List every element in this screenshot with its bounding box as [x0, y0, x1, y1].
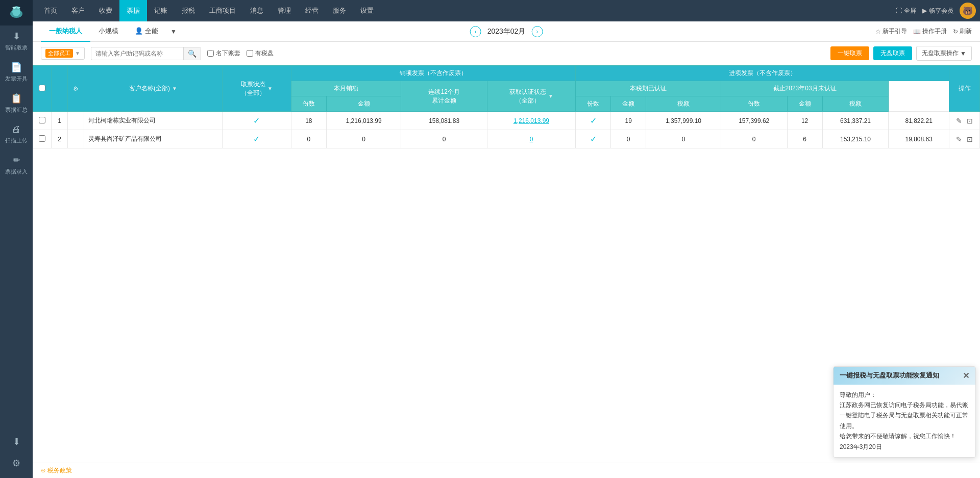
- th-action: 操作: [949, 66, 980, 112]
- row-cumulative: 1,216,013.99: [487, 112, 575, 130]
- row-uncert-count: 12: [787, 112, 822, 130]
- sidebar-settings-btn[interactable]: ⚙: [0, 454, 33, 473]
- date-nav: ‹ 2023年02月 ›: [470, 26, 543, 37]
- row-monthly-count: 0: [291, 130, 326, 148]
- notification-close-btn[interactable]: ✕: [963, 371, 969, 381]
- sidebar-item-scan-upload[interactable]: 🖨 扫描上传: [0, 119, 33, 149]
- tab-small-scale[interactable]: 小规模: [90, 21, 127, 42]
- sidebar-logo[interactable]: [0, 0, 33, 26]
- guide-icon: ☆: [875, 28, 881, 35]
- th-uncert-amount: 金额: [787, 96, 822, 112]
- user-icon: 👤: [135, 27, 143, 35]
- row-cert-count: 0: [611, 130, 646, 148]
- row-checkbox[interactable]: [39, 135, 45, 142]
- view-icon[interactable]: ⊡: [967, 135, 973, 143]
- cert-status-sort-icon: ▼: [548, 93, 553, 99]
- nav-industrial[interactable]: 工商项目: [202, 0, 243, 21]
- fullscreen-btn[interactable]: ⛶ 全屏: [896, 7, 916, 15]
- fetch-status-check-icon: ✓: [253, 135, 260, 143]
- sidebar-download-btn[interactable]: ⬇: [0, 432, 33, 451]
- th-no: [52, 66, 68, 112]
- th-cert-status[interactable]: 获取认证状态（全部） ▼: [487, 81, 575, 112]
- nav-invoice[interactable]: 票据: [119, 0, 147, 21]
- nav-services[interactable]: 服务: [326, 0, 353, 21]
- th-customer-name[interactable]: 客户名称(全部) ▼: [84, 66, 223, 112]
- nav-messages[interactable]: 消息: [243, 0, 271, 21]
- no-disk-ops-btn[interactable]: 无盘取票操作 ▼: [916, 46, 972, 61]
- nav-settings[interactable]: 设置: [353, 0, 381, 21]
- view-icon[interactable]: ⊡: [967, 117, 973, 125]
- manual-btn[interactable]: 📖 操作手册: [913, 27, 947, 36]
- notification-popup: 一键报税与无盘取票功能恢复通知 ✕ 尊敬的用户：江苏政务网已恢复访问电子税务局功…: [833, 366, 976, 458]
- nav-management[interactable]: 管理: [271, 0, 298, 21]
- employee-badge: 全部员工: [45, 49, 73, 58]
- customer-sort-icon: ▼: [172, 86, 177, 91]
- row-checkbox[interactable]: [39, 117, 45, 123]
- checkbox-has-taxdisk[interactable]: 有税盘: [247, 49, 274, 58]
- tab-all[interactable]: 👤 全能: [127, 21, 166, 42]
- tax-policy-link[interactable]: ⊙ 税务政策: [41, 466, 72, 475]
- row-monthly-amount: 1,216,013.99: [326, 112, 401, 130]
- search-box: 🔍: [91, 47, 201, 60]
- nav-items: 首页 客户 收费 票据 记账 报税 工商项目 消息 管理 经营 服务 设置: [37, 0, 896, 21]
- nav-accounting[interactable]: 记账: [147, 0, 175, 21]
- th-sales-group: 销项发票（不含作废票）: [291, 66, 575, 81]
- scan-icon: 🖨: [12, 124, 21, 135]
- row-monthly-count: 18: [291, 112, 326, 130]
- avatar[interactable]: 🐻: [960, 3, 976, 19]
- th-cert-amount: 金额: [611, 96, 646, 112]
- row-fetch-status: ✓: [223, 112, 291, 130]
- tab-bar-wrapper: 一般纳税人 小规模 👤 全能 ▼ ‹ 2023年02月 › ☆ 新手引导: [33, 21, 980, 42]
- row-cert-amount: 1,357,999.10: [646, 112, 721, 130]
- row-no: 1: [52, 112, 68, 130]
- own-accounts-checkbox[interactable]: [207, 50, 214, 57]
- edit-icon[interactable]: ✎: [956, 117, 962, 125]
- refresh-btn[interactable]: ↻ 刷新: [953, 27, 972, 36]
- edit-icon[interactable]: ✎: [956, 135, 962, 143]
- row-cert-amount: 0: [646, 130, 721, 148]
- nav-clients[interactable]: 客户: [64, 0, 92, 21]
- th-uncert-tax: 税额: [822, 96, 889, 112]
- row-cert-tax: 157,399.62: [721, 112, 787, 130]
- no-disk-fetch-btn[interactable]: 无盘取票: [873, 46, 912, 60]
- row-monthly-tax: 158,081.83: [401, 112, 487, 130]
- has-taxdisk-checkbox[interactable]: [247, 50, 253, 57]
- one-click-fetch-btn[interactable]: 一键取票: [830, 46, 869, 60]
- sidebar-bottom: ⬇ ⚙: [0, 432, 33, 478]
- sidebar-item-issue-invoice[interactable]: 📄 发票开具: [0, 57, 33, 88]
- row-settings: [68, 112, 84, 130]
- top-nav: 首页 客户 收费 票据 记账 报税 工商项目 消息 管理 经营 服务 设置 ⛶ …: [33, 0, 980, 21]
- th-fetch-status[interactable]: 取票状态（全部） ▼: [223, 66, 291, 112]
- employee-select[interactable]: 全部员工 ▼: [41, 47, 85, 60]
- nav-billing[interactable]: 收费: [92, 0, 119, 21]
- member-btn[interactable]: ▶ 畅享会员: [922, 7, 953, 15]
- search-button[interactable]: 🔍: [183, 47, 201, 60]
- checkbox-own-accounts[interactable]: 名下账套: [207, 49, 240, 58]
- nav-home[interactable]: 首页: [37, 0, 64, 21]
- new-guide-btn[interactable]: ☆ 新手引导: [875, 27, 907, 36]
- sidebar-item-data-entry[interactable]: ✏ 票据录入: [0, 149, 33, 181]
- row-cert-count: 19: [611, 112, 646, 130]
- th-cert-tax: 税额: [646, 96, 721, 112]
- table-row: 2 灵寿县尚泽矿产品有限公司 ✓ 0 0 0 0 ✓ 0 0 0 6 153,2…: [33, 130, 980, 148]
- search-input[interactable]: [91, 48, 183, 59]
- date-next-btn[interactable]: ›: [531, 26, 543, 37]
- tab-more-btn[interactable]: ▼: [166, 28, 181, 35]
- nav-tax[interactable]: 报税: [175, 0, 202, 21]
- nav-finance[interactable]: 经营: [298, 0, 326, 21]
- select-all-checkbox[interactable]: [39, 85, 45, 91]
- table-row: 1 河北柯瑞栋实业有限公司 ✓ 18 1,216,013.99 158,081.…: [33, 112, 980, 130]
- sidebar-item-invoice-summary[interactable]: 📋 票据汇总: [0, 88, 33, 119]
- filter-right: 一键取票 无盘取票 无盘取票操作 ▼: [830, 46, 972, 61]
- tab-general-taxpayer[interactable]: 一般纳税人: [41, 21, 90, 42]
- refresh-icon: ↻: [953, 28, 958, 35]
- cumulative-link[interactable]: 0: [530, 136, 533, 143]
- sidebar-item-smart-fetch[interactable]: ⬇ 智能取票: [0, 26, 33, 57]
- settings-icon[interactable]: ⚙: [73, 85, 79, 92]
- date-prev-btn[interactable]: ‹: [470, 26, 481, 37]
- notification-body: 尊敬的用户：江苏政务网已恢复访问电子税务局功能，易代账一键登陆电子税务局与无盘取…: [834, 385, 975, 457]
- row-cert-status: ✓: [576, 130, 611, 148]
- th-cert-count: 份数: [576, 96, 611, 112]
- cumulative-link[interactable]: 1,216,013.99: [513, 117, 549, 124]
- th-sales-amount: 金额: [326, 96, 401, 112]
